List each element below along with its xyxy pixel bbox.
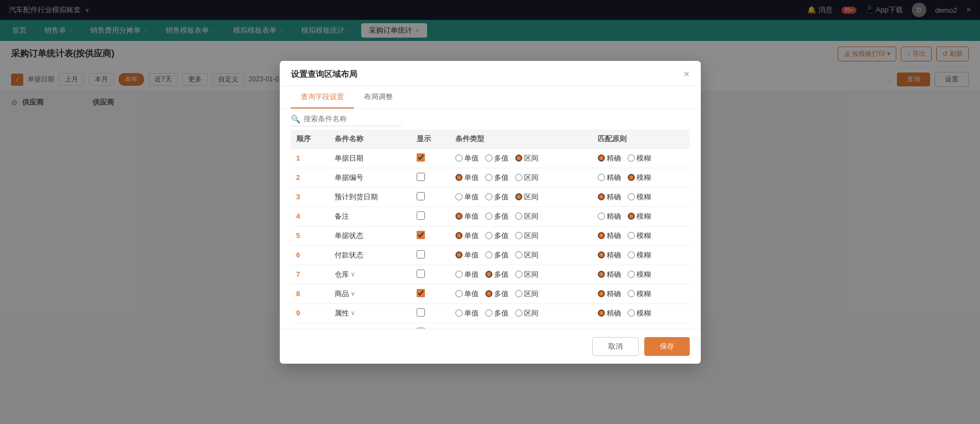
radio-multi-input[interactable] xyxy=(485,290,492,297)
radio-single[interactable]: 单值 xyxy=(455,192,479,202)
radio-multi[interactable]: 多值 xyxy=(485,308,509,314)
radio-exact[interactable]: 精确 xyxy=(598,211,621,221)
radio-fuzzy-input[interactable] xyxy=(628,309,635,313)
radio-multi-input[interactable] xyxy=(485,232,492,239)
display-checkbox[interactable] xyxy=(417,192,425,200)
radio-exact[interactable]: 精确 xyxy=(598,289,621,299)
radio-multi-input[interactable] xyxy=(485,271,492,278)
radio-exact[interactable]: 精确 xyxy=(598,250,621,260)
radio-exact[interactable]: 精确 xyxy=(598,192,621,202)
radio-range[interactable]: 区间 xyxy=(515,173,538,183)
radio-exact[interactable]: 精确 xyxy=(598,173,621,183)
radio-exact[interactable]: 精确 xyxy=(598,270,621,280)
radio-multi[interactable]: 多值 xyxy=(485,192,509,202)
radio-multi[interactable]: 多值 xyxy=(485,173,509,183)
radio-single[interactable]: 单值 xyxy=(455,270,479,280)
radio-fuzzy-input[interactable] xyxy=(628,232,635,239)
radio-fuzzy-input[interactable] xyxy=(628,290,635,297)
radio-single-input[interactable] xyxy=(455,213,463,220)
display-checkbox[interactable] xyxy=(417,153,425,162)
radio-fuzzy[interactable]: 模糊 xyxy=(628,192,651,202)
radio-exact-input[interactable] xyxy=(598,232,605,239)
radio-fuzzy[interactable]: 模糊 xyxy=(628,173,651,183)
display-checkbox[interactable] xyxy=(417,231,425,239)
radio-multi[interactable]: 多值 xyxy=(485,270,509,280)
radio-exact[interactable]: 精确 xyxy=(598,153,621,163)
radio-single-input[interactable] xyxy=(455,271,463,278)
display-checkbox[interactable] xyxy=(417,250,425,258)
radio-single-input[interactable] xyxy=(455,232,463,239)
radio-range-input[interactable] xyxy=(515,174,522,181)
radio-fuzzy[interactable]: 模糊 xyxy=(628,270,651,280)
radio-exact-input[interactable] xyxy=(598,154,605,162)
radio-multi-input[interactable] xyxy=(485,309,492,313)
radio-single-input[interactable] xyxy=(455,290,463,297)
tab-query-fields[interactable]: 查询字段设置 xyxy=(291,86,354,108)
radio-range[interactable]: 区间 xyxy=(515,192,538,202)
radio-range-input[interactable] xyxy=(515,232,522,239)
radio-fuzzy[interactable]: 模糊 xyxy=(628,250,651,260)
radio-range[interactable]: 区间 xyxy=(515,289,538,299)
radio-exact-input[interactable] xyxy=(598,193,605,200)
radio-range-input[interactable] xyxy=(515,271,522,278)
radio-multi[interactable]: 多值 xyxy=(485,231,509,241)
radio-single[interactable]: 单值 xyxy=(455,250,479,260)
radio-multi-input[interactable] xyxy=(485,213,492,220)
radio-exact-input[interactable] xyxy=(598,290,605,297)
radio-exact-input[interactable] xyxy=(598,174,605,181)
radio-range[interactable]: 区间 xyxy=(515,250,538,260)
radio-fuzzy[interactable]: 模糊 xyxy=(628,308,651,314)
display-checkbox[interactable] xyxy=(417,289,425,297)
radio-single[interactable]: 单值 xyxy=(455,173,479,183)
display-checkbox[interactable] xyxy=(417,270,425,278)
radio-single[interactable]: 单值 xyxy=(455,153,479,163)
radio-range-input[interactable] xyxy=(515,193,522,200)
radio-exact-input[interactable] xyxy=(598,271,605,278)
radio-multi-input[interactable] xyxy=(485,174,492,181)
radio-fuzzy-input[interactable] xyxy=(628,174,635,181)
radio-range[interactable]: 区间 xyxy=(515,211,538,221)
radio-multi[interactable]: 多值 xyxy=(485,289,509,299)
radio-fuzzy-input[interactable] xyxy=(628,251,635,258)
display-checkbox[interactable] xyxy=(417,173,425,181)
radio-single-input[interactable] xyxy=(455,174,463,181)
radio-fuzzy-input[interactable] xyxy=(628,193,635,200)
radio-multi[interactable]: 多值 xyxy=(485,250,509,260)
radio-exact-input[interactable] xyxy=(598,251,605,258)
radio-single-input[interactable] xyxy=(455,154,463,162)
radio-single[interactable]: 单值 xyxy=(455,231,479,241)
radio-single[interactable]: 单值 xyxy=(455,308,479,314)
radio-range-input[interactable] xyxy=(515,309,522,313)
radio-multi-input[interactable] xyxy=(485,193,492,200)
radio-exact[interactable]: 精确 xyxy=(598,308,621,314)
radio-range-input[interactable] xyxy=(515,251,522,258)
radio-fuzzy-input[interactable] xyxy=(628,271,635,278)
radio-range-input[interactable] xyxy=(515,290,522,297)
radio-range-input[interactable] xyxy=(515,213,522,220)
radio-single-input[interactable] xyxy=(455,193,463,200)
radio-multi-input[interactable] xyxy=(485,154,492,162)
radio-multi-input[interactable] xyxy=(485,251,492,258)
radio-range[interactable]: 区间 xyxy=(515,153,538,163)
radio-range[interactable]: 区间 xyxy=(515,231,538,241)
radio-range[interactable]: 区间 xyxy=(515,270,538,280)
display-checkbox[interactable] xyxy=(417,211,425,220)
radio-fuzzy[interactable]: 模糊 xyxy=(628,153,651,163)
tab-layout-adjust[interactable]: 布局调整 xyxy=(354,86,403,108)
radio-range[interactable]: 区间 xyxy=(515,308,538,314)
radio-fuzzy[interactable]: 模糊 xyxy=(628,289,651,299)
radio-fuzzy[interactable]: 模糊 xyxy=(628,231,651,241)
radio-range-input[interactable] xyxy=(515,154,522,162)
radio-single[interactable]: 单值 xyxy=(455,289,479,299)
radio-multi[interactable]: 多值 xyxy=(485,211,509,221)
radio-exact-input[interactable] xyxy=(598,213,605,220)
search-input[interactable] xyxy=(304,115,392,123)
radio-fuzzy-input[interactable] xyxy=(628,154,635,162)
radio-fuzzy-input[interactable] xyxy=(628,213,635,220)
radio-fuzzy[interactable]: 模糊 xyxy=(628,211,651,221)
radio-exact[interactable]: 精确 xyxy=(598,231,621,241)
radio-single-input[interactable] xyxy=(455,309,463,313)
radio-exact-input[interactable] xyxy=(598,309,605,313)
dialog-close-button[interactable]: × xyxy=(684,69,690,80)
radio-single[interactable]: 单值 xyxy=(455,211,479,221)
